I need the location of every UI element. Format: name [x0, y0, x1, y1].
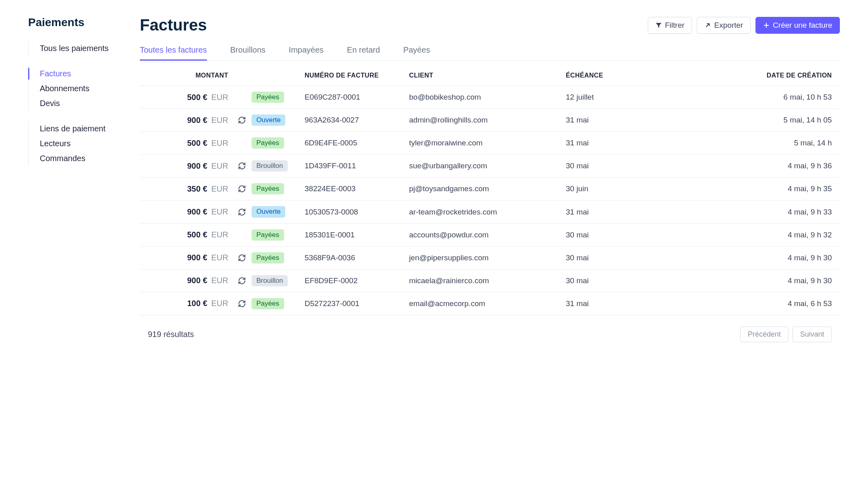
amount-value: 500 € [187, 93, 207, 102]
client-email: admin@rollinghills.com [409, 116, 566, 125]
client-email: email@acmecorp.com [409, 299, 566, 308]
sidebar-group-1: Tous les paiements [28, 41, 133, 56]
amount-currency: EUR [211, 184, 228, 194]
created-date: 4 mai, 9 h 33 [662, 208, 832, 217]
prev-button[interactable]: Précédent [740, 327, 788, 342]
recurring-icon [238, 300, 246, 308]
next-button[interactable]: Suivant [792, 327, 832, 342]
table-row[interactable]: 500 €EURPayées185301E-0001accounts@powdu… [140, 224, 840, 247]
col-invoice[interactable]: NUMÉRO DE FACTURE [305, 72, 409, 79]
create-label: Créer une facture [773, 21, 832, 30]
amount-currency: EUR [211, 161, 228, 171]
invoice-number: 1D439FF-0011 [305, 161, 409, 170]
col-amount[interactable]: MONTANT [148, 72, 228, 79]
tab[interactable]: Brouillons [230, 41, 266, 60]
recurring-icon [238, 116, 246, 124]
status-cell: Payées [228, 252, 305, 264]
col-due[interactable]: ÉCHÉANCE [566, 72, 662, 79]
invoice-number: 185301E-0001 [305, 231, 409, 239]
invoice-number: E069C287-0001 [305, 93, 409, 102]
results-count: 919 résultats [148, 330, 194, 339]
status-cell: Payées [228, 92, 305, 103]
main-header: Factures Filtrer Exporter [140, 16, 840, 34]
table-header: MONTANT NUMÉRO DE FACTURE CLIENT ÉCHÉANC… [140, 61, 840, 86]
amount-cell: 900 €EUR [148, 253, 228, 262]
filter-button[interactable]: Filtrer [648, 17, 692, 34]
status-badge: Payées [252, 92, 284, 103]
status-badge: Payées [252, 298, 284, 309]
status-cell: Brouillon [228, 275, 305, 286]
table-row[interactable]: 100 €EURPayéesD5272237-0001email@acmecor… [140, 292, 840, 315]
col-status [228, 72, 305, 79]
invoice-number: 38224EE-0003 [305, 184, 409, 193]
table-row[interactable]: 900 €EUROuverte10530573-0008ar-team@rock… [140, 200, 840, 223]
status-badge: Payées [252, 229, 284, 241]
status-badge: Brouillon [252, 275, 288, 286]
created-date: 5 mai, 14 h 05 [662, 116, 832, 125]
plus-icon [763, 22, 770, 29]
sidebar-item[interactable]: Liens de paiement [29, 121, 133, 136]
sidebar-item[interactable]: Lecteurs [29, 136, 133, 151]
amount-currency: EUR [211, 116, 228, 125]
status-badge: Brouillon [252, 160, 288, 172]
sidebar-item[interactable]: Devis [29, 96, 133, 111]
status-cell: Payées [228, 183, 305, 194]
amount-value: 500 € [187, 230, 207, 239]
client-email: jen@pipersupplies.com [409, 253, 566, 262]
created-date: 6 mai, 10 h 53 [662, 93, 832, 102]
due-date: 30 mai [566, 231, 662, 239]
tab[interactable]: Toutes les factures [140, 41, 207, 60]
amount-currency: EUR [211, 93, 228, 102]
status-badge: Ouverte [252, 114, 285, 126]
status-cell: Payées [228, 137, 305, 149]
recurring-icon [238, 277, 246, 285]
amount-value: 500 € [187, 139, 207, 148]
sidebar-group-2: FacturesAbonnementsDevis [28, 66, 133, 111]
sidebar-group-3: Liens de paiementLecteursCommandes [28, 121, 133, 166]
due-date: 30 mai [566, 161, 662, 170]
invoice-number: 963A2634-0027 [305, 116, 409, 125]
table-row[interactable]: 900 €EURBrouillonEF8D9EF-0002micaela@rai… [140, 270, 840, 292]
recurring-icon [238, 208, 246, 216]
amount-cell: 900 €EUR [148, 276, 228, 285]
invoice-number: EF8D9EF-0002 [305, 276, 409, 285]
tab[interactable]: Payées [403, 41, 430, 60]
amount-currency: EUR [211, 253, 228, 262]
table-row[interactable]: 900 €EURPayées5368F9A-0036jen@pipersuppl… [140, 247, 840, 270]
filter-label: Filtrer [665, 21, 685, 30]
table-row[interactable]: 500 €EURPayées6D9E4FE-0005tyler@moraiwin… [140, 132, 840, 155]
client-email: sue@urbangallery.com [409, 161, 566, 170]
amount-currency: EUR [211, 207, 228, 217]
invoice-number: 10530573-0008 [305, 208, 409, 217]
table-footer: 919 résultats Précédent Suivant [140, 315, 840, 342]
due-date: 31 mai [566, 116, 662, 125]
recurring-icon [238, 254, 246, 262]
status-cell: Ouverte [228, 206, 305, 217]
table-row[interactable]: 500 €EURPayéesE069C287-0001bo@bobikeshop… [140, 86, 840, 109]
sidebar-item[interactable]: Abonnements [29, 81, 133, 96]
tab[interactable]: Impayées [289, 41, 324, 60]
amount-cell: 500 €EUR [148, 230, 228, 239]
table-row[interactable]: 900 €EURBrouillon1D439FF-0011sue@urbanga… [140, 155, 840, 178]
sidebar-item[interactable]: Commandes [29, 151, 133, 166]
amount-value: 900 € [187, 253, 207, 262]
amount-value: 900 € [187, 116, 207, 125]
export-button[interactable]: Exporter [697, 17, 751, 34]
col-client[interactable]: CLIENT [409, 72, 566, 79]
status-badge: Payées [252, 183, 284, 194]
sidebar-item[interactable]: Tous les paiements [29, 41, 133, 56]
table-row[interactable]: 900 €EUROuverte963A2634-0027admin@rollin… [140, 109, 840, 132]
table-row[interactable]: 350 €EURPayées38224EE-0003pj@toysandgame… [140, 178, 840, 200]
tab[interactable]: En retard [347, 41, 380, 60]
col-created[interactable]: DATE DE CRÉATION [662, 72, 832, 79]
filter-icon [655, 22, 662, 29]
amount-cell: 350 €EUR [148, 184, 228, 194]
sidebar-item[interactable]: Factures [29, 66, 133, 81]
created-date: 4 mai, 9 h 36 [662, 161, 832, 170]
export-label: Exporter [714, 21, 743, 30]
client-email: bo@bobikeshop.com [409, 93, 566, 102]
created-date: 4 mai, 9 h 35 [662, 184, 832, 193]
create-invoice-button[interactable]: Créer une facture [755, 17, 840, 34]
table-body: 500 €EURPayéesE069C287-0001bo@bobikeshop… [140, 86, 840, 315]
status-cell: Payées [228, 298, 305, 309]
